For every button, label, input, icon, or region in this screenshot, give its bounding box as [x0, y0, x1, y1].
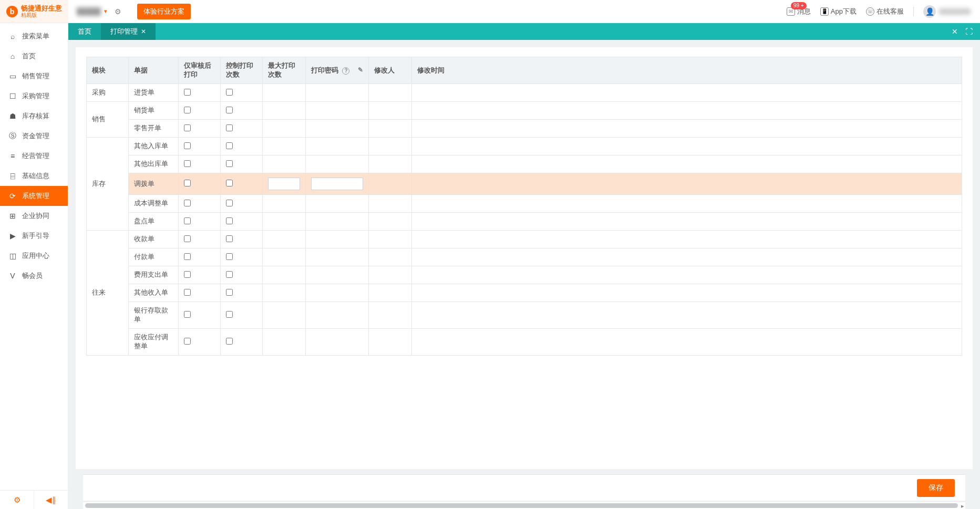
checkbox-ctrl-count[interactable] — [226, 200, 233, 206]
checkbox-audit-only[interactable] — [184, 235, 191, 242]
table-row: 往来收款单 — [87, 231, 962, 248]
cell-mod-time — [412, 155, 962, 173]
scroll-right-icon[interactable]: ▸ — [961, 503, 964, 509]
scrollbar-thumb[interactable] — [85, 503, 958, 508]
cell-modifier — [369, 84, 412, 102]
checkbox-ctrl-count[interactable] — [226, 180, 233, 186]
checkbox-ctrl-count[interactable] — [226, 311, 233, 318]
cell-max — [263, 84, 306, 102]
tabs-close-all-icon[interactable]: ✕ — [952, 27, 958, 36]
checkbox-ctrl-count[interactable] — [226, 217, 233, 224]
checkbox-audit-only[interactable] — [184, 253, 191, 260]
topbar-messages[interactable]: ✉ 99 + 消息 — [787, 7, 811, 16]
headset-icon: ☏ — [866, 7, 874, 16]
sidebar-item-11[interactable]: ◫应用中心 — [0, 246, 68, 266]
cell-mod-time — [412, 266, 962, 284]
cell-ctrl — [221, 302, 263, 329]
cell-pwd — [306, 173, 369, 195]
tenant-select[interactable]: █████ ▾ ⚙ — [68, 7, 130, 16]
edit-icon[interactable]: ✎ — [358, 66, 363, 74]
checkbox-ctrl-count[interactable] — [226, 124, 233, 131]
cell-mod-time — [412, 231, 962, 248]
sidebar-item-6[interactable]: ≡经营管理 — [0, 146, 68, 166]
horizontal-scrollbar[interactable]: ▸ — [83, 502, 965, 509]
help-icon[interactable]: ? — [342, 67, 349, 75]
phone-icon: 📱 — [820, 7, 829, 16]
checkbox-audit-only[interactable] — [184, 289, 191, 296]
checkbox-ctrl-count[interactable] — [226, 253, 233, 260]
checkbox-ctrl-count[interactable] — [226, 271, 233, 278]
sidebar-item-4[interactable]: ☗库存核算 — [0, 106, 68, 126]
cell-audit — [179, 302, 221, 329]
gear-icon[interactable]: ⚙ — [115, 7, 121, 16]
checkbox-audit-only[interactable] — [184, 160, 191, 167]
input-password[interactable] — [311, 178, 363, 190]
sidebar-item-icon: ⌂ — [8, 52, 17, 60]
promo-button[interactable]: 体验行业方案 — [137, 4, 191, 19]
cell-modifier — [369, 302, 412, 329]
sidebar-item-label: 采购管理 — [22, 91, 49, 101]
checkbox-ctrl-count[interactable] — [226, 235, 233, 242]
sidebar-settings-button[interactable]: ⚙ — [0, 491, 34, 509]
checkbox-ctrl-count[interactable] — [226, 338, 233, 345]
checkbox-ctrl-count[interactable] — [226, 89, 233, 96]
cell-modifier — [369, 173, 412, 195]
cell-audit — [179, 329, 221, 356]
checkbox-ctrl-count[interactable] — [226, 142, 233, 149]
topbar-online-service[interactable]: ☏ 在线客服 — [866, 7, 904, 16]
sidebar-item-1[interactable]: ⌂首页 — [0, 46, 68, 66]
checkbox-ctrl-count[interactable] — [226, 289, 233, 296]
cell-audit — [179, 84, 221, 102]
cell-doc: 销货单 — [129, 102, 179, 120]
checkbox-audit-only[interactable] — [184, 217, 191, 224]
checkbox-audit-only[interactable] — [184, 89, 191, 96]
cell-mod-time — [412, 248, 962, 266]
cell-mod-time — [412, 173, 962, 195]
sidebar-item-3[interactable]: ☐采购管理 — [0, 86, 68, 106]
cell-max — [263, 302, 306, 329]
topbar-app-download[interactable]: 📱 App下载 — [820, 7, 857, 16]
cell-doc: 盘点单 — [129, 213, 179, 231]
cell-max — [263, 155, 306, 173]
checkbox-audit-only[interactable] — [184, 142, 191, 149]
table-row: 库存其他入库单 — [87, 138, 962, 155]
tab-print-label: 打印管理 — [110, 27, 138, 36]
cell-module: 往来 — [87, 231, 129, 356]
sidebar-item-8[interactable]: ⟳系统管理 — [0, 186, 68, 206]
tab-home-label: 首页 — [78, 27, 91, 36]
sidebar-item-0[interactable]: ⌕搜索菜单 — [0, 26, 68, 46]
sidebar-item-label: 企业协同 — [22, 211, 49, 221]
footer-bar: 保存 — [83, 474, 965, 501]
cell-modifier — [369, 213, 412, 231]
table-row: 其他出库单 — [87, 155, 962, 173]
input-max-count[interactable] — [268, 178, 300, 190]
checkbox-audit-only[interactable] — [184, 311, 191, 318]
checkbox-audit-only[interactable] — [184, 124, 191, 131]
checkbox-audit-only[interactable] — [184, 271, 191, 278]
sidebar-item-2[interactable]: ▭销售管理 — [0, 66, 68, 86]
fullscreen-icon[interactable]: ⛶ — [965, 27, 973, 36]
sidebar-item-12[interactable]: V畅会员 — [0, 266, 68, 286]
topbar-right: ✉ 99 + 消息 📱 App下载 ☏ 在线客服 👤 — [787, 5, 980, 18]
sidebar-item-5[interactable]: Ⓢ资金管理 — [0, 126, 68, 146]
checkbox-audit-only[interactable] — [184, 338, 191, 345]
checkbox-audit-only[interactable] — [184, 107, 191, 113]
tab-print-management[interactable]: 打印管理 ✕ — [101, 23, 156, 40]
sidebar-item-9[interactable]: ⊞企业协同 — [0, 206, 68, 226]
checkbox-ctrl-count[interactable] — [226, 107, 233, 113]
sidebar-collapse-button[interactable]: ◀∥ — [34, 491, 68, 509]
sidebar-item-label: 搜索菜单 — [22, 32, 49, 41]
cell-doc: 应收应付调整单 — [129, 329, 179, 356]
sidebar-nav: ⌕搜索菜单⌂首页▭销售管理☐采购管理☗库存核算Ⓢ资金管理≡经营管理⌸基础信息⟳系… — [0, 23, 68, 490]
cell-pwd — [306, 266, 369, 284]
sidebar-item-10[interactable]: ▶新手引导 — [0, 226, 68, 246]
checkbox-ctrl-count[interactable] — [226, 160, 233, 167]
close-icon[interactable]: ✕ — [141, 28, 146, 35]
checkbox-audit-only[interactable] — [184, 180, 191, 186]
checkbox-audit-only[interactable] — [184, 200, 191, 206]
sidebar-item-7[interactable]: ⌸基础信息 — [0, 166, 68, 186]
topbar-user[interactable]: 👤 — [923, 5, 971, 18]
save-button[interactable]: 保存 — [917, 479, 955, 497]
cell-ctrl — [221, 84, 263, 102]
tab-home[interactable]: 首页 — [68, 23, 101, 40]
